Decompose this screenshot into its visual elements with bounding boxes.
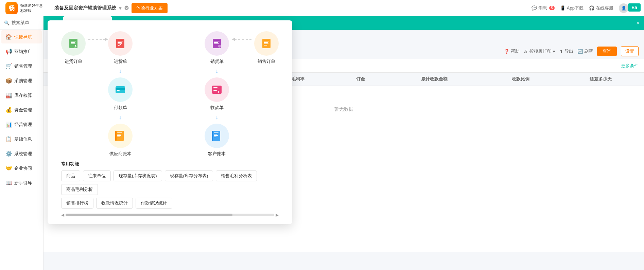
svg-rect-12	[117, 132, 122, 133]
arrow-down-4: ↓	[215, 112, 219, 122]
quick-guide-popup: 进货订单 进货单 ↓ 付款单	[48, 20, 292, 224]
svg-rect-20	[214, 43, 219, 44]
svg-rect-31	[212, 131, 213, 141]
ea-badge: Ea	[628, 3, 641, 12]
flow-node-customer-ledger[interactable]: 客户账本	[205, 124, 229, 157]
func-btn-inventory-dist[interactable]: 现存量(库存分布表)	[165, 170, 213, 181]
svg-rect-18	[214, 41, 220, 41]
svg-rect-19	[214, 42, 218, 43]
scroll-right-arrow[interactable]: ▶	[276, 213, 279, 217]
func-buttons-row2: 销售排行榜 收款情况统计 付款情况统计	[61, 198, 279, 209]
func-btn-product-gross[interactable]: 商品毛利分析	[61, 184, 98, 195]
svg-rect-14	[117, 135, 121, 136]
flow-node-payment[interactable]: 付款单	[108, 77, 133, 111]
common-functions: 常用功能 商品 往来单位 现存量(库存状况表) 现存量(库存分布表) 销售毛利分…	[61, 161, 279, 209]
flow-col-4: 销货单 ↓ 收款单 ↓ 客户账本	[205, 31, 229, 157]
scroll-bar-area: ◀ ▶	[61, 213, 279, 217]
svg-rect-16	[115, 131, 117, 141]
svg-rect-2	[71, 42, 75, 43]
func-btn-sales-gross[interactable]: 销售毛利分析表	[216, 170, 257, 181]
svg-rect-34	[264, 42, 268, 43]
svg-rect-1	[71, 41, 76, 41]
svg-rect-27	[214, 132, 219, 133]
scroll-left-arrow[interactable]: ◀	[61, 213, 64, 217]
svg-rect-25	[213, 90, 217, 91]
svg-rect-36	[264, 45, 267, 46]
arrow-down-2: ↓	[119, 112, 122, 122]
svg-rect-9	[116, 88, 125, 90]
svg-rect-30	[214, 137, 216, 137]
flow-node-purchase-bill[interactable]: 进货单	[108, 31, 133, 65]
common-functions-title: 常用功能	[61, 161, 279, 167]
svg-rect-33	[264, 41, 269, 41]
arrow-sale-order	[232, 39, 254, 40]
svg-rect-22	[212, 86, 222, 94]
svg-rect-13	[117, 134, 121, 134]
quick-guide-overlay: 进货订单 进货单 ↓ 付款单	[0, 0, 644, 270]
flow-node-receipt[interactable]: 收款单	[205, 77, 229, 111]
purchase-order-circle	[61, 31, 86, 56]
flow-diagram: 进货订单 进货单 ↓ 付款单	[61, 31, 279, 157]
func-btn-counterparty[interactable]: 往来单位	[83, 170, 111, 181]
flow-node-sale-bill[interactable]: 销货单	[205, 31, 229, 65]
svg-rect-35	[264, 43, 268, 44]
func-btn-inventory-status[interactable]: 现存量(库存状况表)	[114, 170, 162, 181]
svg-rect-3	[71, 43, 75, 44]
func-btn-receipt-stats[interactable]: 收款情况统计	[96, 198, 133, 209]
arrow-down-1: ↓	[119, 66, 122, 76]
svg-rect-5	[118, 41, 123, 41]
arrow-down-3: ↓	[215, 66, 219, 76]
svg-rect-15	[117, 137, 120, 137]
func-btn-payment-stats[interactable]: 付款情况统计	[136, 198, 172, 209]
svg-rect-24	[213, 89, 219, 89]
sale-order-circle	[254, 31, 279, 56]
svg-rect-29	[214, 135, 218, 136]
func-buttons-row1: 商品 往来单位 现存量(库存状况表) 现存量(库存分布表) 销售毛利分析表 商品…	[61, 170, 279, 195]
func-btn-products[interactable]: 商品	[61, 170, 80, 181]
svg-rect-23	[213, 87, 217, 88]
svg-point-21	[218, 45, 221, 48]
svg-rect-6	[118, 42, 122, 43]
arrow-purchase	[86, 39, 108, 40]
flow-col-2: 进货单 ↓ 付款单 ↓ 供应商账本	[108, 31, 133, 157]
scroll-track[interactable]	[66, 214, 274, 216]
flow-node-supplier-ledger[interactable]: 供应商账本	[108, 124, 133, 157]
flow-node-sale-order[interactable]: 销售订单	[254, 31, 279, 65]
svg-rect-10	[117, 90, 120, 91]
func-btn-sales-rank[interactable]: 销售排行榜	[61, 198, 93, 209]
flow-node-purchase-order[interactable]: 进货订单	[61, 31, 86, 65]
svg-rect-28	[214, 134, 217, 134]
